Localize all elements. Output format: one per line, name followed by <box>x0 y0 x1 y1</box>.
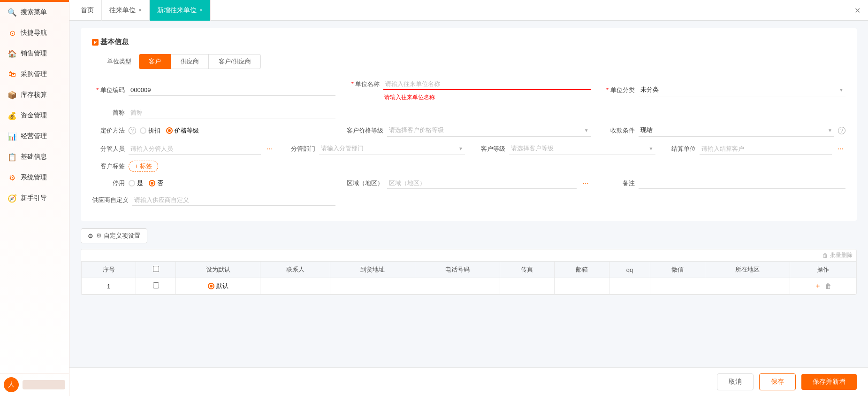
manager-input[interactable] <box>129 143 261 155</box>
abbr-input[interactable] <box>129 107 335 118</box>
footer: 取消 保存 保存并新增 <box>69 367 868 396</box>
tag-add-button[interactable]: + 标签 <box>129 161 158 172</box>
customer-level-item: 客户等级 请选择客户等级 ▼ <box>472 142 655 155</box>
remark-input[interactable] <box>639 178 845 189</box>
dept-select[interactable]: 请输入分管部门 ▼ <box>319 142 465 155</box>
unit-type-label: 单位类型 <box>92 57 139 66</box>
table-row: 1 默认 <box>82 278 856 295</box>
tab-units-close[interactable]: × <box>138 7 142 14</box>
customer-price-chevron-icon: ▼ <box>584 128 589 133</box>
price-level-radio-circle <box>166 127 173 134</box>
guide-icon: 🧭 <box>8 194 17 203</box>
tab-home[interactable]: 首页 <box>73 0 102 21</box>
sidebar-item-sales[interactable]: 🏠 销售管理 <box>0 43 69 64</box>
th-region: 所在地区 <box>705 262 790 278</box>
select-all-checkbox[interactable] <box>153 266 159 272</box>
pricing-label: 定价方法 <box>92 126 125 135</box>
manager-more-btn[interactable]: ··· <box>265 145 274 153</box>
yes-label: 是 <box>137 179 143 187</box>
save-new-button[interactable]: 保存并新增 <box>801 374 857 390</box>
default-radio-dot <box>210 285 213 287</box>
gear-icon: ⚙ <box>88 233 93 240</box>
cancel-button[interactable]: 取消 <box>717 373 754 390</box>
price-level-label: 价格等级 <box>175 126 199 135</box>
customer-price-select[interactable]: 请选择客户价格等级 ▼ <box>387 124 590 137</box>
quick-nav-icon: ⊙ <box>8 28 17 38</box>
pricing-radio-price-level[interactable]: 价格等级 <box>166 126 199 135</box>
sidebar-item-label: 采购管理 <box>21 70 47 78</box>
sidebar-item-search[interactable]: 🔍 搜索菜单 <box>0 2 69 23</box>
sidebar-item-finance[interactable]: 💰 资金管理 <box>0 105 69 126</box>
disable-radio-yes[interactable]: 是 <box>129 179 143 187</box>
window-close-btn[interactable]: ✕ <box>854 6 860 15</box>
abbr-item: 简称 <box>92 107 335 118</box>
row-default[interactable]: 默认 <box>175 278 260 295</box>
no-label: 否 <box>157 179 163 187</box>
customer-level-select[interactable]: 请选择客户等级 ▼ <box>509 142 655 155</box>
sidebar-item-operations[interactable]: 📊 经营管理 <box>0 126 69 147</box>
operations-icon: 📊 <box>8 132 17 141</box>
add-row-icon[interactable]: ＋ <box>815 282 821 290</box>
default-radio-circle <box>208 283 214 289</box>
form-row-tags: 客户标签 + 标签 <box>92 161 845 172</box>
unit-name-label: 单位名称 <box>347 80 380 88</box>
btn-customer[interactable]: 客户 <box>139 54 171 69</box>
dept-label: 分管部门 <box>282 145 315 153</box>
discount-label: 折扣 <box>148 126 160 135</box>
region-input[interactable] <box>387 178 577 189</box>
custom-settings-area: ⚙ ⚙ 自定义项设置 <box>81 228 857 243</box>
sidebar-item-inventory[interactable]: 📦 库存核算 <box>0 85 69 105</box>
no-radio-circle <box>149 180 155 186</box>
unit-name-error: 请输入往来单位名称 <box>384 94 435 101</box>
tags-label: 客户标签 <box>92 162 125 171</box>
th-contact: 联系人 <box>260 262 330 278</box>
tags-item: 客户标签 + 标签 <box>92 161 335 172</box>
tab-new-unit[interactable]: 新增往来单位 × <box>150 0 211 21</box>
custom-settings-button[interactable]: ⚙ ⚙ 自定义项设置 <box>81 228 147 243</box>
row-checkbox[interactable] <box>136 278 175 295</box>
action-icons: ＋ 🗑 <box>795 282 851 290</box>
row-default-radio[interactable]: 默认 <box>181 282 256 290</box>
settlement-more-btn[interactable]: ··· <box>836 145 845 153</box>
save-button[interactable]: 保存 <box>759 373 796 390</box>
unit-code-input[interactable] <box>129 85 335 96</box>
no-radio-dot <box>151 182 153 185</box>
btn-supplier[interactable]: 供应商 <box>171 54 209 69</box>
tab-new-unit-close[interactable]: × <box>199 7 203 14</box>
unit-name-input[interactable] <box>383 78 590 90</box>
dept-chevron-icon: ▼ <box>458 146 463 151</box>
row-checkbox-input[interactable] <box>153 282 159 288</box>
delete-icon: 🗑 <box>822 252 828 259</box>
sidebar-item-guide[interactable]: 🧭 新手引导 <box>0 188 69 209</box>
payment-select[interactable]: 现结 ▼ <box>639 124 834 137</box>
sidebar-item-system[interactable]: ⚙ 系统管理 <box>0 167 69 188</box>
row-qq <box>609 278 650 295</box>
payment-help-icon[interactable]: ? <box>838 127 845 134</box>
supplier-custom-input[interactable] <box>132 194 335 206</box>
unit-category-label: 单位分类 <box>602 86 635 94</box>
sidebar-item-purchase[interactable]: 🛍 采购管理 <box>0 64 69 85</box>
user-avatar: 人 <box>4 377 19 392</box>
sidebar-item-label: 基础信息 <box>21 153 47 161</box>
table-header-bar: 🗑 批量删除 <box>81 249 856 261</box>
region-more-btn[interactable]: ··· <box>580 179 590 187</box>
th-wechat: 微信 <box>650 262 705 278</box>
tab-units[interactable]: 往来单位 × <box>102 0 150 21</box>
unit-category-select[interactable]: 未分类 ▼ <box>639 84 845 96</box>
unit-code-label: 单位编码 <box>92 86 125 94</box>
sidebar-item-quick-nav[interactable]: ⊙ 快捷导航 <box>0 23 69 43</box>
btn-both[interactable]: 客户/供应商 <box>209 54 261 69</box>
unit-name-item: 单位名称 请输入往来单位名称 <box>347 78 590 101</box>
payment-chevron-icon: ▼ <box>828 128 832 133</box>
th-checkbox[interactable] <box>136 262 175 278</box>
delete-row-icon[interactable]: 🗑 <box>825 282 831 290</box>
disable-radio-no[interactable]: 否 <box>149 179 163 187</box>
pricing-help-icon[interactable]: ? <box>129 127 136 134</box>
sidebar-item-base[interactable]: 📋 基础信息 <box>0 147 69 167</box>
supplier-custom-label: 供应商自定义 <box>92 196 129 204</box>
th-email: 邮箱 <box>555 262 609 278</box>
pricing-radio-discount[interactable]: 折扣 <box>140 126 160 135</box>
batch-delete-button[interactable]: 🗑 批量删除 <box>822 251 853 259</box>
sidebar: 🔍 搜索菜单 ⊙ 快捷导航 🏠 销售管理 🛍 采购管理 📦 库存核算 💰 资金管… <box>0 0 69 396</box>
settlement-input[interactable] <box>700 143 832 155</box>
